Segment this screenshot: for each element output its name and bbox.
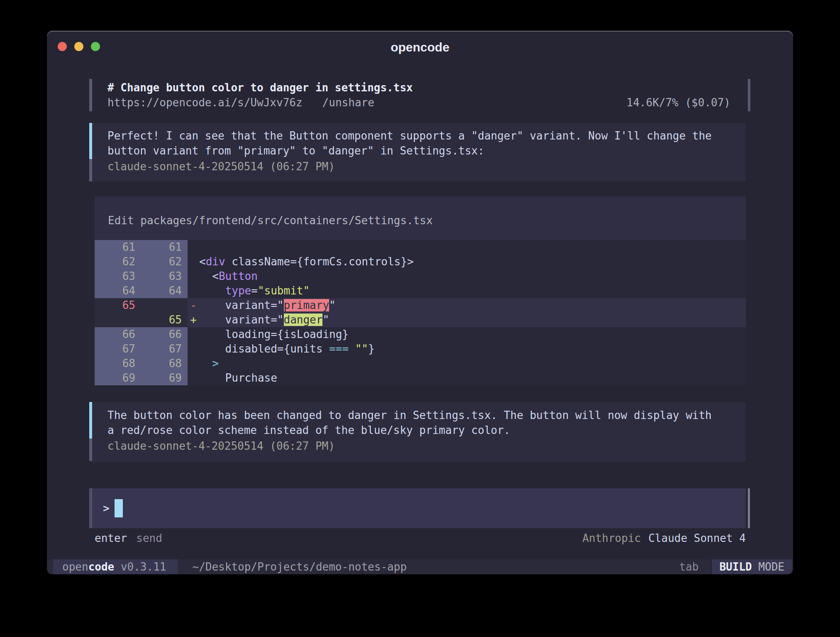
input-right-border <box>748 488 750 528</box>
assistant-message: The button color has been changed to dan… <box>89 402 746 462</box>
diff-row: 6868 > <box>95 356 746 371</box>
diff-row: 6161 <box>95 240 746 255</box>
tab-key-hint: tab <box>679 559 698 574</box>
text-cursor <box>115 499 123 517</box>
diff-row: 6262<div className={formCs.controls}> <box>95 255 746 269</box>
diff-row: 6969 Purchase <box>95 371 746 385</box>
enter-key-hint: enter <box>95 532 127 544</box>
unshare-command[interactable]: /unshare <box>322 96 374 109</box>
status-bar: opencode v0.3.11 ~/Desktop/Projects/demo… <box>47 559 793 574</box>
window-title: opencode <box>47 40 793 55</box>
model-timestamp: claude-sonnet-4-20250514 (06:27 PM) <box>107 160 335 173</box>
assistant-message-text: The button color has been changed to dan… <box>89 402 746 439</box>
header-left-border <box>89 79 92 111</box>
edit-tool-card: Edit packages/frontend/src/containers/Se… <box>95 196 746 385</box>
diff-row: 6464 type="submit" <box>95 284 746 298</box>
model-label: Claude Sonnet 4 <box>648 532 746 544</box>
session-header: # Change button color to danger in setti… <box>47 79 793 111</box>
diff-row: 6767 disabled={units === ""} <box>95 342 746 356</box>
share-url-link[interactable]: https://opencode.ai/s/UwJxv76z <box>107 96 303 109</box>
edit-tool-title: Edit packages/frontend/src/containers/Se… <box>95 196 746 240</box>
app-version-badge: opencode v0.3.11 <box>53 559 178 574</box>
diff-row: 6666 loading={isLoading} <box>95 327 746 342</box>
mode-toggle[interactable]: BUILD MODE <box>710 559 792 574</box>
model-timestamp: claude-sonnet-4-20250514 (06:27 PM) <box>107 440 335 452</box>
assistant-message: Perfect! I can see that the Button compo… <box>89 123 746 181</box>
diff-view: 61616262<div className={formCs.controls}… <box>95 240 746 385</box>
diff-row: 6363 <Button <box>95 269 746 284</box>
opencode-terminal-window: opencode # Change button color to danger… <box>47 31 793 574</box>
diff-row: 65- variant="primary" <box>95 298 746 313</box>
assistant-message-text: Perfect! I can see that the Button compo… <box>89 123 746 159</box>
header-right-border <box>748 79 750 111</box>
prompt-symbol: > <box>103 502 110 514</box>
diff-row: 65+ variant="danger" <box>95 313 746 327</box>
session-title: # Change button color to danger in setti… <box>107 80 413 95</box>
input-left-border <box>89 488 92 528</box>
send-action-label: send <box>136 532 162 544</box>
provider-label: Anthropic <box>582 532 641 544</box>
prompt-input[interactable]: > <box>89 488 746 528</box>
working-directory: ~/Desktop/Projects/demo-notes-app <box>192 559 407 574</box>
token-usage-cost: 14.6K/7% ($0.07) <box>627 95 730 110</box>
